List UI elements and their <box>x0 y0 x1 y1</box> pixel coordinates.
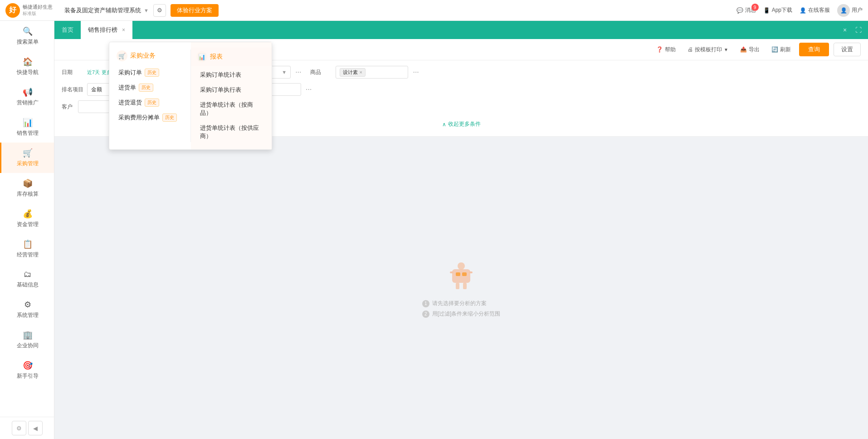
expense-label: 采购费用分摊单 <box>118 113 160 122</box>
goods-tag-remove[interactable]: × <box>359 69 362 75</box>
sidebar-item-search[interactable]: 🔍 搜索菜单 <box>0 21 54 51</box>
logo-icon: 好 <box>5 3 20 18</box>
logo-text: 畅捷通好生意 <box>23 4 53 10</box>
procurement-icon: 🛒 <box>23 148 33 158</box>
finance-icon: 💰 <box>23 209 33 219</box>
goods-tag: 设计素 × <box>340 68 365 77</box>
hint-num-1: 1 <box>422 300 429 307</box>
notification-item[interactable]: 💬 消息 9 <box>736 6 756 14</box>
sidebar-item-procurement[interactable]: 🛒 采购管理 <box>0 143 54 173</box>
header-settings-btn[interactable]: ⚙ <box>153 4 166 17</box>
tab-home[interactable]: 首页 <box>54 21 81 39</box>
hint-text-2: 用[过滤]条件来缩小分析范围 <box>432 310 501 318</box>
purchase-order-history: 历史 <box>145 69 159 77</box>
sidebar-item-marketing[interactable]: 📢 营销推广 <box>0 82 54 112</box>
sidebar-item-sales[interactable]: 📊 销售管理 <box>0 112 54 143</box>
sidebar-item-finance[interactable]: 💰 资金管理 <box>0 203 54 234</box>
help-btn[interactable]: ❓ 帮助 <box>653 44 679 55</box>
template-print-btn[interactable]: 🖨 按模板打印 ▼ <box>684 44 732 55</box>
notification-badge: 9 <box>751 4 759 11</box>
hint-text-1: 请先选择要分析的方案 <box>432 300 487 307</box>
collapse-label: 收起更多条件 <box>448 120 481 128</box>
expense-history: 历史 <box>162 113 177 122</box>
settings-action-btn[interactable]: 设置 <box>834 43 861 56</box>
svg-rect-6 <box>463 283 467 289</box>
query-btn[interactable]: 查询 <box>799 43 829 56</box>
svg-rect-4 <box>469 271 473 273</box>
app-download-item[interactable]: 📱 App下载 <box>763 6 792 14</box>
empty-hints: 1 请先选择要分析的方案 2 用[过滤]条件来缩小分析范围 <box>422 300 501 318</box>
sidebar-item-label-system: 系统管理 <box>17 311 39 319</box>
dropdown-item-return[interactable]: 进货退货 历史 <box>115 95 185 110</box>
newbie-icon: 🎯 <box>23 360 33 370</box>
industry-btn[interactable]: 体验行业方案 <box>171 4 219 17</box>
dropdown-item-expense[interactable]: 采购费用分摊单 历史 <box>115 110 185 125</box>
sidebar-settings-btn[interactable]: ⚙ <box>12 421 26 435</box>
user-avatar: 👤 <box>837 4 850 17</box>
dropdown-item-purchase-order[interactable]: 采购订单 历史 <box>115 65 185 80</box>
sidebar-item-quick-nav[interactable]: 🏠 快捷导航 <box>0 51 54 82</box>
goods-filter: 商品 设计素 × ··· <box>310 66 420 79</box>
header-right: 💬 消息 9 📱 App下载 👤 在线客服 👤 用户 <box>736 4 863 17</box>
svg-rect-5 <box>456 283 459 289</box>
sidebar-item-label-finance: 资金管理 <box>17 221 39 228</box>
sidebar-item-enterprise[interactable]: 🏢 企业协同 <box>0 325 54 355</box>
dropdown-item-report-2[interactable]: 采购订单执行表 <box>196 83 267 97</box>
sidebar-item-system[interactable]: ⚙ 系统管理 <box>0 294 54 325</box>
svg-rect-2 <box>462 272 467 276</box>
export-btn[interactable]: 📤 导出 <box>736 44 763 55</box>
voucher-status-dots[interactable]: ··· <box>293 68 303 76</box>
return-label: 进货退货 <box>118 99 142 107</box>
home-icon: 🏠 <box>23 57 33 67</box>
help-label: 帮助 <box>665 46 676 54</box>
dropdown-item-report-3[interactable]: 进货单统计表（按商品） <box>196 98 267 120</box>
dropdown-item-incoming[interactable]: 进货单 历史 <box>115 80 185 95</box>
sidebar-item-label-quicknav: 快捷导航 <box>17 69 39 76</box>
sidebar-item-newbie[interactable]: 🎯 新手引导 <box>0 355 54 385</box>
empty-hint-2: 2 用[过滤]条件来缩小分析范围 <box>422 310 501 318</box>
sidebar-item-label-procurement: 采购管理 <box>17 160 39 168</box>
system-title-arrow[interactable]: ▼ <box>144 8 149 13</box>
sidebar-item-basic-info[interactable]: 🗂 基础信息 <box>0 264 54 294</box>
tab-action-expand[interactable]: ⛶ <box>853 24 864 36</box>
date-label: 日期 <box>62 69 84 76</box>
toolbar-right: ❓ 帮助 🖨 按模板打印 ▼ 📤 导出 🔄 刷新 <box>653 43 861 56</box>
date-shortcut-7days[interactable]: 近7天 <box>87 69 100 76</box>
dropdown-item-report-1[interactable]: 采购订单统计表 <box>196 68 267 82</box>
basic-info-icon: 🗂 <box>24 270 32 279</box>
export-icon: 📤 <box>740 46 747 53</box>
message-icon: 💬 <box>736 7 743 14</box>
phone-icon: 📱 <box>763 7 770 14</box>
sidebar-item-inventory[interactable]: 📦 库存核算 <box>0 173 54 203</box>
refresh-btn[interactable]: 🔄 刷新 <box>768 44 795 55</box>
print-icon: 🖨 <box>688 46 693 53</box>
data-area: 1 请先选择要分析的方案 2 用[过滤]条件来缩小分析范围 <box>54 137 868 439</box>
sidebar-item-label-sales: 销售管理 <box>17 129 39 137</box>
report-4-label: 进货单统计表（按供应商） <box>200 124 263 140</box>
goods-dots[interactable]: ··· <box>411 68 420 76</box>
report-col-header: 📊 报表 <box>191 48 272 66</box>
tab-sales-rank[interactable]: 销售排行榜 × <box>81 21 132 39</box>
enterprise-icon: 🏢 <box>23 330 33 340</box>
system-title: 装备及固定资产辅助管理系统 ▼ <box>64 6 149 15</box>
report-1-label: 采购订单统计表 <box>200 71 241 79</box>
goods-input[interactable]: 设计素 × <box>336 66 408 79</box>
dropdown-item-report-4[interactable]: 进货单统计表（按供应商） <box>196 121 267 143</box>
procurement-dropdown-menu: 🛒 采购业务 采购订单 历史 进货单 历史 进货退货 历史 <box>109 42 272 150</box>
export-label: 导出 <box>749 46 760 54</box>
goods-label: 商品 <box>310 69 333 76</box>
tab-close-btn[interactable]: × <box>122 27 125 33</box>
salesperson-dots[interactable]: ··· <box>304 85 313 94</box>
sidebar-item-operations[interactable]: 📋 经营管理 <box>0 234 54 264</box>
top-header: 好 畅捷通好生意 标准版 装备及固定资产辅助管理系统 ▼ ⚙ 体验行业方案 💬 … <box>0 0 868 21</box>
sidebar-item-label-basicinfo: 基础信息 <box>17 281 39 289</box>
template-print-label: 按模板打印 <box>695 46 722 54</box>
online-service-item[interactable]: 👤 在线客服 <box>800 6 830 14</box>
user-item[interactable]: 👤 用户 <box>837 4 863 17</box>
tab-action-close[interactable]: × <box>839 24 851 36</box>
system-icon: ⚙ <box>24 300 31 310</box>
svg-point-7 <box>458 262 465 270</box>
user-name: 用户 <box>852 6 863 14</box>
collapse-icon: ∧ <box>442 121 446 128</box>
sidebar-collapse-btn[interactable]: ◀ <box>28 421 43 435</box>
